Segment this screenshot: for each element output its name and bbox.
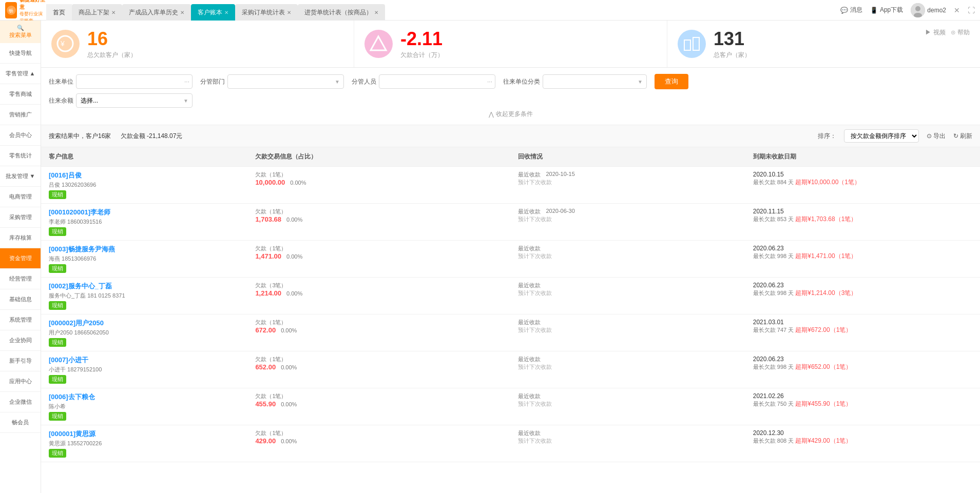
help-label: 帮助 xyxy=(957,29,970,36)
sidebar-item-retail-mgmt[interactable]: 零售管理 ▲ xyxy=(0,64,41,84)
overdue-amount-link-3[interactable]: 超期¥1,214.00（3笔） xyxy=(795,289,857,297)
department-select[interactable] xyxy=(227,74,344,89)
customer-name-link-3[interactable]: [0002]服务中心_丁磊 xyxy=(49,282,112,290)
sidebar-item-batch-mgmt[interactable]: 批发管理 ▼ xyxy=(0,166,41,187)
app-download-btn[interactable]: 📱 App下载 xyxy=(870,6,903,14)
overdue-amount-link-2[interactable]: 超期¥1,471.00（1笔） xyxy=(795,252,857,260)
overdue-amount-link-1[interactable]: 超期¥1,703.68（1笔） xyxy=(795,215,857,223)
sidebar-item-basic-info[interactable]: 基础信息 xyxy=(0,289,41,310)
overdue-days-6: 最长欠款 750 天 超期¥455.90（1笔） xyxy=(753,400,972,408)
tab-product-listing-close[interactable]: ✕ xyxy=(111,10,116,15)
message-btn[interactable]: 💬 消息 xyxy=(840,6,862,14)
sidebar-item-finance[interactable]: 资金管理 xyxy=(0,248,41,269)
overdue-days-7: 最长欠款 808 天 超期¥429.00（1笔） xyxy=(753,437,972,445)
unit-category-select[interactable] xyxy=(543,74,647,89)
avatar xyxy=(911,3,925,17)
overdue-days-2: 最长欠款 998 天 超期¥1,471.00（1笔） xyxy=(753,252,972,261)
source-unit-input[interactable] xyxy=(76,74,193,89)
overdue-amount-link-4[interactable]: 超期¥672.00（1笔） xyxy=(795,326,852,333)
video-icon: ▶ xyxy=(925,29,931,36)
filter-manager: 分管人员 ··· xyxy=(352,74,495,89)
filter-row-1: 往来单位 ··· 分管部门 ▼ 分管人员 xyxy=(49,74,972,89)
cell-overdue-1: 2020.11.15 最长欠款 853 天 超期¥1,703.68（1笔） xyxy=(745,204,980,241)
cell-customer-6: [0006]去下粮仓 陈小希 现销 xyxy=(41,388,247,425)
tab-purchase-stats[interactable]: 进货单统计表（按商品） ✕ xyxy=(298,4,385,21)
overdue-amount-link-7[interactable]: 超期¥429.00（1笔） xyxy=(795,437,852,444)
overdue-days-5: 最长欠款 998 天 超期¥652.00（1笔） xyxy=(753,363,972,371)
customer-tag-5: 现销 xyxy=(49,375,66,384)
source-unit-input-wrap: ··· xyxy=(76,74,193,89)
sidebar-item-operations[interactable]: 经营管理 xyxy=(0,269,41,289)
customer-tag-2: 现销 xyxy=(49,264,66,273)
tab-purchase-stats-close[interactable]: ✕ xyxy=(374,10,378,15)
customer-name-link-7[interactable]: [000001]黄思源 xyxy=(49,430,95,438)
total-customers-number: 131 xyxy=(714,28,751,50)
chevron-down-icon: ▼ xyxy=(30,173,35,179)
sidebar-item-ecommerce[interactable]: 电商管理 xyxy=(0,187,41,207)
customer-name-link-5[interactable]: [0007]小进干 xyxy=(49,356,88,364)
overdue-amount-link-6[interactable]: 超期¥455.90（1笔） xyxy=(795,400,852,407)
sidebar-item-inventory[interactable]: 库存核算 xyxy=(0,228,41,248)
export-btn[interactable]: ⊙ 导出 xyxy=(927,132,946,141)
source-unit-dots[interactable]: ··· xyxy=(184,78,189,85)
data-table: 客户信息 欠款交易信息（占比） 回收情况 到期未收款日期 [0016]吕俊 吕俊… xyxy=(41,147,980,462)
tab-customer-account-close[interactable]: ✕ xyxy=(224,10,228,15)
cell-overdue-5: 2020.06.23 最长欠款 998 天 超期¥652.00（1笔） xyxy=(745,351,980,388)
customer-name-link-4[interactable]: [000002]用户2050 xyxy=(49,319,104,327)
collapse-up-icon: ⋀ xyxy=(489,111,494,118)
sidebar-item-system[interactable]: 系统管理 xyxy=(0,310,41,330)
balance-select[interactable]: 选择... xyxy=(76,93,193,108)
window-expand-icon[interactable]: ⛶ xyxy=(968,6,975,14)
sidebar-item-retail-stats[interactable]: 零售统计 xyxy=(0,146,41,166)
last-pay-date-1: 2020-06-30 xyxy=(546,208,574,215)
sidebar-item-marketing[interactable]: 营销推广 xyxy=(0,105,41,125)
sidebar-item-enterprise-wechat[interactable]: 企业微信 xyxy=(0,392,41,412)
refresh-btn[interactable]: ↻ 刷新 xyxy=(953,132,972,141)
tab-purchase-order[interactable]: 采购订单统计表 ✕ xyxy=(235,4,298,21)
user-avatar-btn[interactable]: demo2 xyxy=(911,3,946,17)
help-btn[interactable]: ⊙ 帮助 xyxy=(951,28,970,37)
next-pay-label-1: 预计下次收款 xyxy=(518,215,737,223)
customer-phone-7: 黄思源 13552700226 xyxy=(49,440,240,447)
overdue-days-4: 最长欠款 747 天 超期¥672.00（1笔） xyxy=(753,326,972,334)
overdue-amount-link-5[interactable]: 超期¥652.00（1笔） xyxy=(795,363,852,370)
sort-select[interactable]: 按欠款金额倒序排序 xyxy=(844,129,919,143)
owe-desc-7: 欠款（1笔） xyxy=(255,429,503,437)
sidebar-search[interactable]: 🔍 搜索菜单 xyxy=(0,21,41,43)
tab-production-history[interactable]: 产成品入库单历史 ✕ xyxy=(122,4,191,21)
sidebar-item-member[interactable]: 会员中心 xyxy=(0,125,41,146)
sidebar-item-enterprise[interactable]: 企业协同 xyxy=(0,330,41,351)
customer-name-link-0[interactable]: [0016]吕俊 xyxy=(49,171,82,179)
customer-phone-0: 吕俊 13026203696 xyxy=(49,181,240,189)
customer-name-link-2[interactable]: [0003]畅捷服务尹海燕 xyxy=(49,245,115,253)
cell-repay-6: 最近收款 预计下次收款 xyxy=(510,388,745,425)
manager-dots[interactable]: ··· xyxy=(487,78,492,85)
cell-overdue-2: 2020.06.23 最长欠款 998 天 超期¥1,471.00（1笔） xyxy=(745,241,980,278)
tab-production-history-close[interactable]: ✕ xyxy=(180,10,184,15)
customer-name-link-6[interactable]: [0006]去下粮仓 xyxy=(49,393,95,401)
manager-input[interactable] xyxy=(379,74,495,89)
search-button[interactable]: 查询 xyxy=(655,74,688,89)
video-btn[interactable]: ▶ 视频 xyxy=(925,28,945,37)
customer-name-link-1[interactable]: [0001020001]李老师 xyxy=(49,208,110,216)
table-header: 客户信息 欠款交易信息（占比） 回收情况 到期未收款日期 xyxy=(41,147,980,167)
tab-home[interactable]: 首页 xyxy=(46,4,72,21)
customer-phone-3: 服务中心_丁磊 181 0125 8371 xyxy=(49,292,240,300)
owe-pct-7: 0.00% xyxy=(281,438,297,444)
sidebar-item-quick-nav[interactable]: 快捷导航 xyxy=(0,43,41,64)
tab-customer-account[interactable]: 客户账本 ✕ xyxy=(191,4,235,21)
sidebar-item-new-guide[interactable]: 新手引导 xyxy=(0,351,41,371)
tab-purchase-order-close[interactable]: ✕ xyxy=(287,10,291,15)
sidebar-item-retail-store[interactable]: 零售商城 xyxy=(0,84,41,105)
department-select-wrap: ▼ xyxy=(227,74,344,89)
overdue-amount-link-0[interactable]: 超期¥10,000.00（1笔） xyxy=(795,179,860,186)
window-close-icon[interactable]: ✕ xyxy=(954,6,960,14)
collapse-btn[interactable]: ⋀ 收起更多条件 xyxy=(49,110,972,119)
sidebar: 🔍 搜索菜单 快捷导航 零售管理 ▲ 零售商城 营销推广 会员中心 零售统计 批… xyxy=(0,21,41,493)
sidebar-item-purchase[interactable]: 采购管理 xyxy=(0,207,41,228)
sidebar-item-app-center[interactable]: 应用中心 xyxy=(0,371,41,392)
sidebar-item-vip-member[interactable]: 畅会员 xyxy=(0,412,41,433)
tab-product-listing[interactable]: 商品上下架 ✕ xyxy=(72,4,122,21)
cell-repay-7: 最近收款 预计下次收款 xyxy=(510,425,745,462)
table-body: [0016]吕俊 吕俊 13026203696 现销 欠款（1笔） 10,000… xyxy=(41,167,980,462)
